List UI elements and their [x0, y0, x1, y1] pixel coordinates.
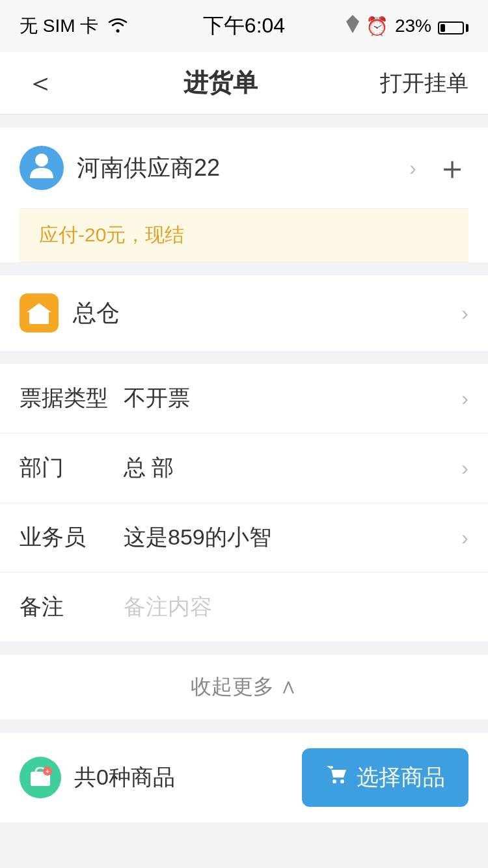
salesperson-arrow-icon: ›: [461, 526, 468, 550]
warehouse-section: 总仓 ›: [0, 275, 488, 351]
warehouse-name: 总仓: [73, 297, 461, 329]
svg-marker-2: [27, 303, 51, 312]
product-section: + 共0种商品 选择商品: [0, 733, 488, 822]
remark-row[interactable]: 备注 备注内容: [0, 573, 488, 642]
nav-bar: ＜ 进货单 打开挂单: [0, 52, 488, 115]
status-left: 无 SIM 卡: [20, 14, 129, 38]
invoice-type-value: 不开票: [111, 383, 461, 413]
remark-label: 备注: [20, 592, 111, 622]
collapse-button[interactable]: 收起更多 ∧: [191, 673, 297, 701]
supplier-name: 河南供应商22: [77, 152, 409, 184]
invoice-type-row[interactable]: 票据类型 不开票 ›: [0, 364, 488, 433]
department-arrow-icon: ›: [461, 456, 468, 480]
location-icon: [346, 15, 359, 38]
svg-point-9: [340, 780, 344, 783]
salesperson-value: 这是859的小智: [111, 522, 461, 552]
department-value: 总 部: [111, 453, 461, 483]
select-product-label: 选择商品: [357, 763, 445, 793]
invoice-type-arrow-icon: ›: [461, 387, 468, 411]
department-row[interactable]: 部门 总 部 ›: [0, 433, 488, 503]
remark-input[interactable]: 备注内容: [111, 592, 468, 622]
supplier-avatar-icon: [29, 151, 55, 185]
warehouse-icon: [20, 293, 59, 332]
cart-icon: [325, 765, 349, 791]
collapse-section: 收起更多 ∧: [0, 655, 488, 720]
svg-text:+: +: [46, 768, 49, 775]
page-title: 进货单: [183, 66, 258, 100]
select-product-button[interactable]: 选择商品: [302, 748, 468, 807]
supplier-arrow-icon: ›: [409, 156, 416, 180]
supplier-warning: 应付-20元，现结: [20, 209, 468, 262]
invoice-type-label: 票据类型: [20, 383, 111, 413]
back-button[interactable]: ＜: [20, 57, 61, 109]
svg-rect-5: [38, 777, 42, 778]
status-time: 下午6:04: [203, 12, 285, 40]
carrier-label: 无 SIM 卡: [20, 14, 98, 38]
svg-point-8: [332, 780, 336, 783]
form-section: 票据类型 不开票 › 部门 总 部 › 业务员 这是859的小智 › 备注 备注…: [0, 364, 488, 642]
warehouse-arrow-icon: ›: [461, 301, 468, 325]
product-count: 共0种商品: [74, 763, 289, 793]
alarm-icon: ⏰: [366, 16, 388, 37]
svg-rect-3: [36, 316, 42, 324]
battery-icon: [438, 16, 468, 36]
supplier-section: 河南供应商22 › ＋ 应付-20元，现结: [0, 128, 488, 262]
wifi-icon: [106, 15, 129, 38]
divider-1: [0, 115, 488, 128]
battery-percentage: 23%: [395, 16, 431, 36]
product-section-icon: +: [20, 757, 61, 798]
add-supplier-button[interactable]: ＋: [436, 146, 468, 190]
supplier-avatar: [20, 146, 64, 190]
supplier-row[interactable]: 河南供应商22 › ＋: [20, 128, 468, 209]
salesperson-row[interactable]: 业务员 这是859的小智 ›: [0, 503, 488, 573]
department-label: 部门: [20, 453, 111, 483]
svg-point-0: [35, 154, 48, 167]
warehouse-row[interactable]: 总仓 ›: [0, 275, 488, 351]
status-bar: 无 SIM 卡 下午6:04 ⏰ 23%: [0, 0, 488, 52]
open-pending-button[interactable]: 打开挂单: [380, 68, 468, 98]
salesperson-label: 业务员: [20, 522, 111, 552]
status-right: ⏰ 23%: [346, 15, 468, 38]
